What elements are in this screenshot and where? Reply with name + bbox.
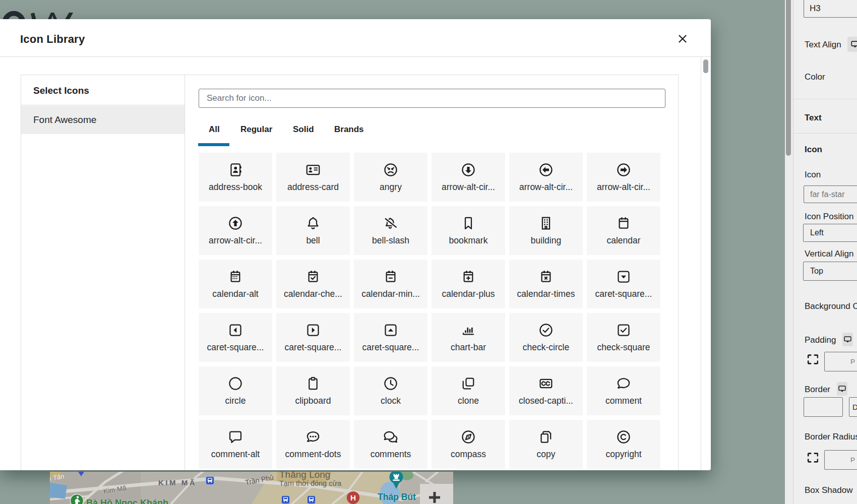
svg-text:H: H [350,493,356,502]
